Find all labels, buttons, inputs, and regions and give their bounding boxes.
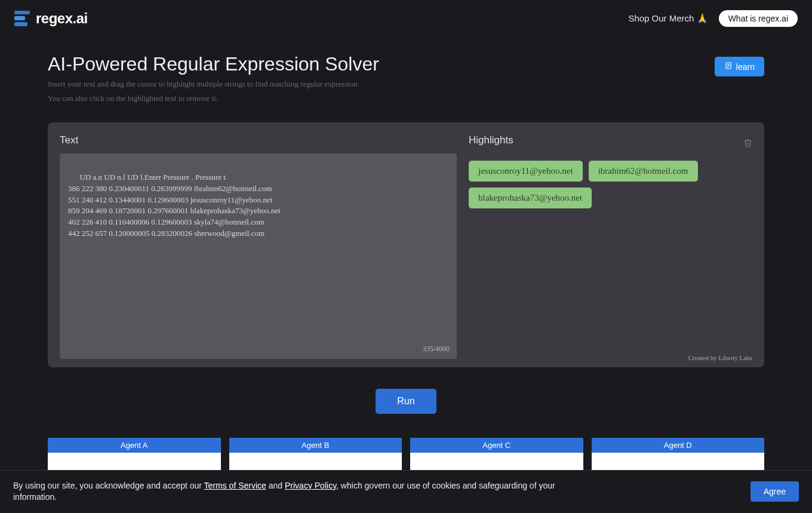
cookie-text: By using our site, you acknowledge and a… [13, 480, 562, 503]
credit-text: Created by Liberty Labs [688, 354, 752, 361]
header-right: Shop Our Merch 🙏 What is regex.ai [628, 10, 798, 27]
brand-logo[interactable]: regex.ai [14, 10, 88, 27]
hero-section: AI-Powered Regular Expression Solver Ins… [0, 36, 812, 110]
cookie-prefix: By using our site, you acknowledge and a… [13, 481, 204, 490]
what-is-button[interactable]: What is regex.ai [719, 10, 798, 27]
agent-card-title: Agent B [229, 438, 402, 453]
page-subtitle-line2: You can also click on the highlighted te… [48, 93, 379, 104]
agent-card-title: Agent A [48, 438, 221, 453]
char-counter: 335/4000 [423, 344, 450, 354]
run-section: Run [0, 389, 812, 414]
clear-highlights-button[interactable] [743, 138, 752, 150]
cookie-and: and [266, 481, 285, 490]
tos-link[interactable]: Terms of Service [204, 481, 266, 490]
hero-copy: AI-Powered Regular Expression Solver Ins… [48, 53, 379, 103]
text-label: Text [60, 134, 457, 146]
shop-merch-link[interactable]: Shop Our Merch 🙏 [628, 13, 708, 24]
run-button[interactable]: Run [376, 389, 436, 414]
highlight-chip[interactable]: ibrahim62@hotmeil.com [589, 161, 698, 182]
text-input[interactable]: UD a.n UD n.l UD l.Enter Pressure . Pres… [60, 153, 457, 359]
learn-button[interactable]: learn [715, 57, 764, 76]
highlights-label: Highlights [469, 134, 513, 146]
agent-card: Agent B [229, 438, 402, 474]
document-icon [724, 62, 733, 72]
page-title: AI-Powered Regular Expression Solver [48, 53, 379, 75]
highlights-list: jesusconroy11@yehoo.net ibrahim62@hotmei… [469, 161, 752, 208]
privacy-link[interactable]: Privacy Policy [285, 481, 336, 490]
text-input-content: UD a.n UD n.l UD l.Enter Pressure . Pres… [68, 173, 281, 238]
highlight-chip[interactable]: jesusconroy11@yehoo.net [469, 161, 583, 182]
agent-card: Agent A [48, 438, 221, 474]
learn-button-label: learn [736, 62, 755, 72]
cookie-banner: By using our site, you acknowledge and a… [0, 470, 812, 513]
agent-card: Agent D [592, 438, 765, 474]
logo-mark-icon [14, 11, 30, 26]
agents-row: Agent A Agent B Agent C Agent D [48, 438, 764, 474]
text-column: Text UD a.n UD n.l UD l.Enter Pressure .… [60, 134, 457, 359]
highlights-column: Highlights jesusconroy11@yehoo.net ibrah… [469, 134, 752, 359]
header-bar: regex.ai Shop Our Merch 🙏 What is regex.… [0, 0, 812, 36]
trash-icon [743, 138, 752, 148]
page-subtitle-line1: Insert your text and drag the cursor to … [48, 79, 379, 90]
brand-text: regex.ai [36, 10, 88, 27]
agree-button[interactable]: Agree [751, 481, 799, 502]
agent-card: Agent C [410, 438, 583, 474]
agent-card-title: Agent D [592, 438, 765, 453]
agent-card-title: Agent C [410, 438, 583, 453]
highlight-chip[interactable]: blakeprohaska73@yehoo.net [469, 188, 592, 208]
workspace-panel: Text UD a.n UD n.l UD l.Enter Pressure .… [48, 122, 764, 367]
